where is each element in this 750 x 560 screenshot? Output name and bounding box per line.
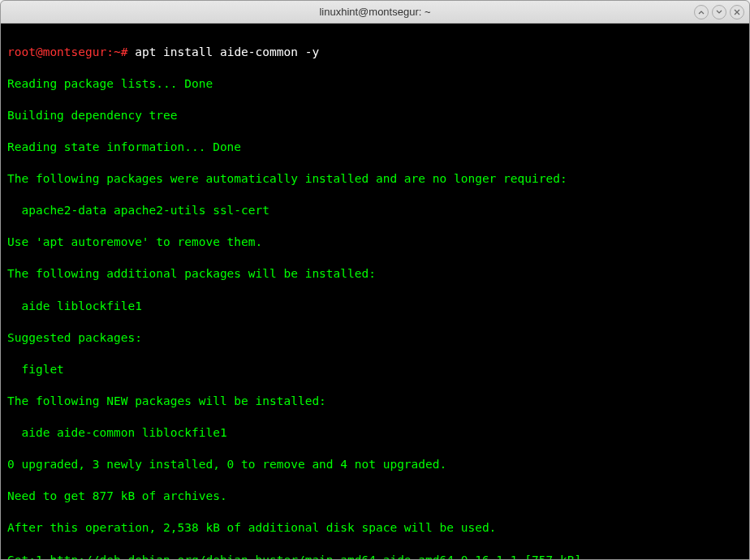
maximize-icon [716, 9, 722, 15]
prompt-at: @ [36, 45, 43, 58]
output-line: aide aide-common liblockfile1 [7, 425, 743, 442]
window-title: linuxhint@montsegur: ~ [319, 6, 430, 18]
close-button[interactable] [730, 5, 744, 19]
command-text: apt install aide-common -y [127, 45, 319, 58]
minimize-button[interactable] [694, 5, 709, 19]
prompt-path: :~# [106, 45, 127, 58]
output-line: The following additional packages will b… [7, 266, 743, 282]
output-line: apache2-data apache2-utils ssl-cert [7, 203, 743, 219]
output-line: 0 upgraded, 3 newly installed, 0 to remo… [7, 457, 743, 473]
output-line: Need to get 877 kB of archives. [7, 489, 743, 505]
terminal-window: linuxhint@montsegur: ~ root@montsegur:~#… [0, 0, 750, 560]
output-line: Building dependency tree [7, 108, 743, 124]
minimize-icon [698, 9, 705, 15]
output-line: Get:1 http://deb.debian.org/debian buste… [7, 553, 743, 559]
output-line: Suggested packages: [7, 330, 743, 347]
output-line: The following packages were automaticall… [7, 171, 743, 187]
output-line: Reading package lists... Done [7, 76, 743, 93]
output-line: figlet [7, 362, 743, 378]
prompt-host: montsegur [43, 45, 107, 58]
output-line: The following NEW packages will be insta… [7, 394, 743, 410]
output-line: Use 'apt autoremove' to remove them. [7, 235, 743, 251]
output-line: After this operation, 2,538 kB of additi… [7, 520, 743, 536]
terminal-content[interactable]: root@montsegur:~# apt install aide-commo… [1, 24, 749, 559]
prompt-user: root [7, 45, 36, 58]
prompt-line: root@montsegur:~# apt install aide-commo… [7, 45, 743, 61]
titlebar[interactable]: linuxhint@montsegur: ~ [1, 1, 749, 24]
close-icon [734, 9, 740, 15]
output-line: Reading state information... Done [7, 140, 743, 156]
window-controls [694, 5, 744, 19]
maximize-button[interactable] [712, 5, 726, 19]
output-line: aide liblockfile1 [7, 299, 743, 315]
